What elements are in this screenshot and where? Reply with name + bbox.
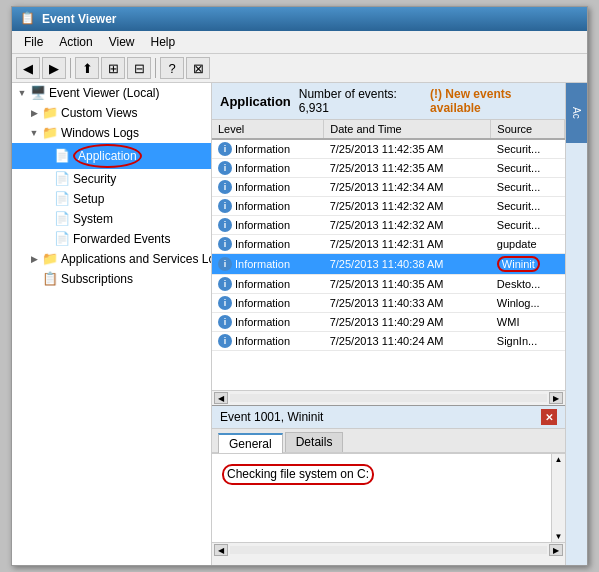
panel-title: Application [220,94,291,109]
folder-icon-winlogs: 📁 [42,125,58,141]
cell-datetime: 7/25/2013 11:40:38 AM [324,254,491,275]
event-count: Number of events: 6,931 [299,87,422,115]
col-level[interactable]: Level [212,120,324,139]
table-row[interactable]: iInformation7/25/2013 11:42:32 AMSecurit… [212,197,565,216]
cell-source: gupdate [491,235,565,254]
sidebar-item-system[interactable]: 📄 System [12,209,211,229]
toolbar-separator-2 [155,58,156,78]
cell-datetime: 7/25/2013 11:42:31 AM [324,235,491,254]
cell-datetime: 7/25/2013 11:40:24 AM [324,332,491,351]
title-icon: 📋 [20,11,36,27]
cell-source: Winlog... [491,294,565,313]
level-text: Information [235,278,290,290]
info-icon: i [218,296,232,310]
cell-level: iInformation [212,254,324,275]
info-icon: i [218,199,232,213]
cell-level: iInformation [212,197,324,216]
detail-scroll-left[interactable]: ◀ [214,544,228,556]
col-source[interactable]: Source [491,120,565,139]
sidebar-item-app-services[interactable]: ▶ 📁 Applications and Services Lo [12,249,211,269]
tab-general[interactable]: General [218,433,283,453]
panel-header: Application Number of events: 6,931 (!) … [212,83,565,120]
toolbar: ◀ ▶ ⬆ ⊞ ⊟ ? ⊠ [12,54,587,83]
cell-datetime: 7/25/2013 11:40:35 AM [324,275,491,294]
expand-icon-security [40,173,52,185]
table-row[interactable]: iInformation7/25/2013 11:42:35 AMSecurit… [212,139,565,159]
cell-source: Securit... [491,197,565,216]
table-row[interactable]: iInformation7/25/2013 11:40:24 AMSignIn.… [212,332,565,351]
sidebar-item-custom-views[interactable]: ▶ 📁 Custom Views [12,103,211,123]
table-row[interactable]: iInformation7/25/2013 11:40:33 AMWinlog.… [212,294,565,313]
sidebar-item-setup[interactable]: 📄 Setup [12,189,211,209]
view-button-1[interactable]: ⊞ [101,57,125,79]
properties-button[interactable]: ⊠ [186,57,210,79]
cell-level: iInformation [212,216,324,235]
table-h-scrollbar[interactable]: ◀ ▶ [212,390,565,405]
menu-file[interactable]: File [16,33,51,51]
sidebar-item-windows-logs[interactable]: ▼ 📁 Windows Logs [12,123,211,143]
forward-button[interactable]: ▶ [42,57,66,79]
info-icon: i [218,315,232,329]
help-button[interactable]: ? [160,57,184,79]
info-icon: i [218,334,232,348]
scroll-left-btn[interactable]: ◀ [214,392,228,404]
log-icon-system: 📄 [54,211,70,227]
level-text: Information [235,162,290,174]
cell-source: Securit... [491,216,565,235]
table-row[interactable]: iInformation7/25/2013 11:42:32 AMSecurit… [212,216,565,235]
detail-scroll-up[interactable]: ▲ [555,455,563,464]
info-icon: i [218,161,232,175]
new-events-notice: (!) New events available [430,87,557,115]
expand-icon-appsvc: ▶ [28,253,40,265]
toolbar-separator-1 [70,58,71,78]
detail-scroll-right[interactable]: ▶ [549,544,563,556]
info-icon: i [218,237,232,251]
table-row[interactable]: iInformation7/25/2013 11:42:35 AMSecurit… [212,159,565,178]
expand-icon: ▼ [16,87,28,99]
detail-text: Checking file system on C: [222,467,374,481]
expand-icon-app [40,150,52,162]
level-text: Information [235,258,290,270]
cell-level: iInformation [212,294,324,313]
menu-action[interactable]: Action [51,33,100,51]
back-button[interactable]: ◀ [16,57,40,79]
table-row[interactable]: iInformation7/25/2013 11:40:38 AMWininit [212,254,565,275]
up-button[interactable]: ⬆ [75,57,99,79]
view-button-2[interactable]: ⊟ [127,57,151,79]
table-row[interactable]: iInformation7/25/2013 11:40:35 AMDeskto.… [212,275,565,294]
level-text: Information [235,335,290,347]
info-icon: i [218,277,232,291]
sidebar-item-application[interactable]: 📄 Application [12,143,211,169]
expand-icon-forwarded [40,233,52,245]
detail-title-bar: Event 1001, Wininit ✕ [212,406,565,429]
detail-scroll-down[interactable]: ▼ [555,532,563,541]
detail-scroll-track[interactable] [230,546,547,554]
detail-h-scrollbar[interactable]: ◀ ▶ [212,542,565,557]
detail-title: Event 1001, Wininit [220,410,323,424]
cell-level: iInformation [212,275,324,294]
menu-help[interactable]: Help [143,33,184,51]
tab-details[interactable]: Details [285,432,344,452]
level-text: Information [235,200,290,212]
menu-view[interactable]: View [101,33,143,51]
close-detail-button[interactable]: ✕ [541,409,557,425]
table-row[interactable]: iInformation7/25/2013 11:42:34 AMSecurit… [212,178,565,197]
detail-panel: Event 1001, Wininit ✕ General Details Ch… [212,405,565,565]
sidebar-item-security[interactable]: 📄 Security [12,169,211,189]
detail-v-scrollbar[interactable]: ▲ ▼ [551,454,565,542]
sidebar-item-subscriptions[interactable]: 📋 Subscriptions [12,269,211,289]
event-table[interactable]: Level Date and Time Source iInformation7… [212,120,565,390]
table-row[interactable]: iInformation7/25/2013 11:40:29 AMWMI [212,313,565,332]
scroll-right-btn[interactable]: ▶ [549,392,563,404]
cell-source: SignIn... [491,332,565,351]
table-row[interactable]: iInformation7/25/2013 11:42:31 AMgupdate [212,235,565,254]
level-text: Information [235,238,290,250]
sidebar-item-forwarded-events[interactable]: 📄 Forwarded Events [12,229,211,249]
col-datetime[interactable]: Date and Time [324,120,491,139]
scroll-track[interactable] [230,394,547,402]
cell-level: iInformation [212,159,324,178]
info-icon: i [218,142,232,156]
level-text: Information [235,143,290,155]
right-panel: Application Number of events: 6,931 (!) … [212,83,565,565]
sidebar-item-event-viewer-local[interactable]: ▼ 🖥️ Event Viewer (Local) [12,83,211,103]
